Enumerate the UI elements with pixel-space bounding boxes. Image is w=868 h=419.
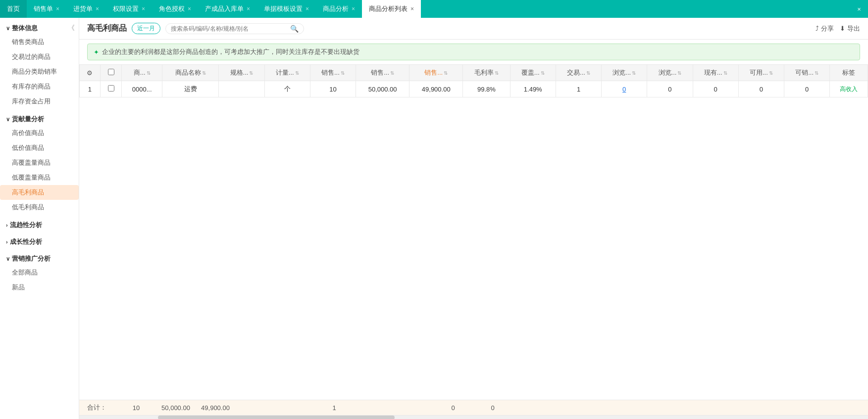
cell-checkbox[interactable] (100, 81, 121, 97)
sidebar-group-marketing-title[interactable]: ∨ 营销推广分析 (0, 250, 79, 265)
nav-product-analysis[interactable]: 商品分析 × (316, 0, 362, 18)
sidebar-item-low-value[interactable]: 低价值商品 (0, 140, 79, 155)
content-area: 高毛利商品 近一月 🔍 ⤴ 分享 ⬇ 导出 ✦ 企业的主要的利润都是这部分商品创… (79, 18, 868, 419)
sidebar-item-traded-goods[interactable]: 交易过的商品 (0, 49, 79, 64)
close-icon[interactable]: × (352, 5, 355, 12)
sidebar-item-stock-capital[interactable]: 库存资金占用 (0, 94, 79, 109)
sidebar-item-high-coverage[interactable]: 高覆盖量商品 (0, 155, 79, 170)
close-icon[interactable]: × (96, 5, 99, 12)
nav-sales[interactable]: 销售单 × (27, 0, 66, 18)
sidebar-group-contribution-title[interactable]: ∨ 贡献量分析 (0, 111, 79, 126)
sidebar-item-new-goods[interactable]: 新品 (0, 280, 79, 295)
close-icon[interactable]: × (56, 5, 59, 12)
cell-available-stock: 0 (738, 81, 784, 97)
col-settings[interactable]: ⚙ (80, 65, 101, 81)
cell-transaction: 1 (556, 81, 601, 97)
share-button[interactable]: ⤴ 分享 (816, 24, 834, 33)
sidebar-item-sales-goods[interactable]: 销售类商品 (0, 35, 79, 49)
sidebar-group-contribution: ∨ 贡献量分析 高价值商品 低价值商品 高覆盖量商品 低覆盖量商品 高毛利商品 (0, 111, 79, 215)
footer-sale-profit: 49,900.00 (196, 404, 235, 412)
top-navigation: 首页 销售单 × 进货单 × 权限设置 × 角色授权 × 产成品入库单 × 单据… (0, 0, 868, 18)
nav-purchase[interactable]: 进货单 × (66, 0, 106, 18)
close-icon[interactable]: × (142, 5, 145, 12)
select-all-checkbox[interactable] (108, 69, 114, 75)
cell-code: 0000... (122, 81, 162, 97)
col-spec[interactable]: 规格...⇅ (219, 65, 264, 81)
cell-name: 运费 (162, 81, 219, 97)
col-sale-profit[interactable]: 销售...⇅ (409, 65, 463, 81)
close-icon[interactable]: × (247, 5, 250, 12)
sidebar-item-high-margin[interactable]: 高毛利商品 (0, 185, 79, 200)
cell-coverage: 1.49% (510, 81, 556, 97)
sidebar-item-all-goods[interactable]: 全部商品 (0, 265, 79, 280)
col-view1[interactable]: 浏览...⇅ (602, 65, 647, 81)
cell-sale-profit: 49,900.00 (409, 81, 463, 97)
close-icon[interactable]: × (306, 5, 309, 12)
sidebar-item-category-sales-rate[interactable]: 商品分类助销率 (0, 64, 79, 79)
cell-tag: 高收入 (830, 81, 868, 97)
header-actions: ⤴ 分享 ⬇ 导出 (816, 24, 860, 33)
cell-view1[interactable]: 0 (602, 81, 647, 97)
horizontal-scrollbar[interactable] (79, 415, 868, 419)
col-tag[interactable]: 标签 (830, 65, 868, 81)
col-transaction[interactable]: 交易...⇅ (556, 65, 601, 81)
sidebar-item-high-value[interactable]: 高价值商品 (0, 126, 79, 140)
close-icon[interactable]: × (410, 5, 414, 12)
sidebar-item-low-coverage[interactable]: 低覆盖量商品 (0, 170, 79, 185)
sidebar-group-overall-title[interactable]: ∨ 整体信息 (0, 20, 79, 35)
nav-production[interactable]: 产成品入库单 × (198, 0, 257, 18)
cell-unit: 个 (264, 81, 310, 97)
close-icon[interactable]: × (188, 5, 191, 12)
col-coverage[interactable]: 覆盖...⇅ (510, 65, 556, 81)
cell-gross-margin: 99.8% (463, 81, 510, 97)
col-name[interactable]: 商品名称⇅ (162, 65, 219, 81)
col-available-stock[interactable]: 可用...⇅ (738, 65, 784, 81)
sidebar-group-growth: › 成长性分析 (0, 233, 79, 248)
search-icon[interactable]: 🔍 (290, 25, 299, 33)
row-checkbox[interactable] (108, 85, 114, 92)
cell-saleable-stock: 0 (784, 81, 830, 97)
col-checkbox[interactable] (100, 65, 121, 81)
page-title: 高毛利商品 (87, 23, 127, 34)
info-icon: ✦ (94, 48, 99, 56)
nav-roles[interactable]: 角色授权 × (152, 0, 198, 18)
sidebar-item-in-stock[interactable]: 有库存的商品 (0, 79, 79, 94)
sidebar-group-trend: › 流趋性分析 (0, 217, 79, 232)
search-input[interactable] (171, 25, 287, 32)
export-button[interactable]: ⬇ 导出 (840, 24, 860, 33)
close-all-button[interactable]: × (850, 0, 868, 18)
search-box: 🔍 (165, 23, 304, 34)
arrow-right-icon: › (6, 222, 8, 228)
sidebar-collapse-button[interactable]: 《 (68, 24, 75, 33)
footer-available-stock: 0 (473, 404, 512, 412)
cell-sale-count: 10 (310, 81, 356, 97)
col-current-stock[interactable]: 现有...⇅ (693, 65, 738, 81)
nav-product-analysis-list[interactable]: 商品分析列表 × (362, 0, 421, 18)
col-sale-count[interactable]: 销售...⇅ (310, 65, 356, 81)
col-sale-amount[interactable]: 销售...⇅ (356, 65, 409, 81)
sidebar: 《 ∨ 整体信息 销售类商品 交易过的商品 商品分类助销率 有库存的商品 (0, 18, 79, 419)
nav-template[interactable]: 单据模板设置 × (257, 0, 316, 18)
cell-spec (219, 81, 264, 97)
table-container: ⚙ 商...⇅ 商品名称⇅ 规格...⇅ 计量...⇅ 销售...⇅ 销售...… (79, 64, 868, 400)
col-view2[interactable]: 浏览...⇅ (647, 65, 693, 81)
nav-home[interactable]: 首页 (0, 0, 27, 18)
filter-recent-month-button[interactable]: 近一月 (132, 23, 160, 34)
share-icon: ⤴ (816, 25, 819, 32)
sidebar-item-low-margin[interactable]: 低毛利商品 (0, 200, 79, 215)
sidebar-group-overall: ∨ 整体信息 销售类商品 交易过的商品 商品分类助销率 有库存的商品 库存资金占… (0, 20, 79, 109)
sidebar-group-marketing: ∨ 营销推广分析 全部商品 新品 (0, 250, 79, 295)
sidebar-group-trend-title[interactable]: › 流趋性分析 (0, 217, 79, 232)
col-gross-margin[interactable]: 毛利率⇅ (463, 65, 510, 81)
sidebar-group-growth-title[interactable]: › 成长性分析 (0, 233, 79, 248)
col-unit[interactable]: 计量...⇅ (264, 65, 310, 81)
scrollbar-thumb[interactable] (158, 416, 395, 419)
footer-sale-amount: 50,000.00 (156, 404, 196, 412)
table-row: 1 0000... 运费 个 10 50,000.00 49,900.00 99… (80, 81, 868, 97)
col-code[interactable]: 商...⇅ (122, 65, 162, 81)
products-table: ⚙ 商...⇅ 商品名称⇅ 规格...⇅ 计量...⇅ 销售...⇅ 销售...… (79, 64, 868, 97)
col-saleable-stock[interactable]: 可销...⇅ (784, 65, 830, 81)
nav-permissions[interactable]: 权限设置 × (106, 0, 152, 18)
table-footer: 合计： 10 50,000.00 49,900.00 1 0 0 (79, 400, 868, 415)
cell-sale-amount: 50,000.00 (356, 81, 409, 97)
